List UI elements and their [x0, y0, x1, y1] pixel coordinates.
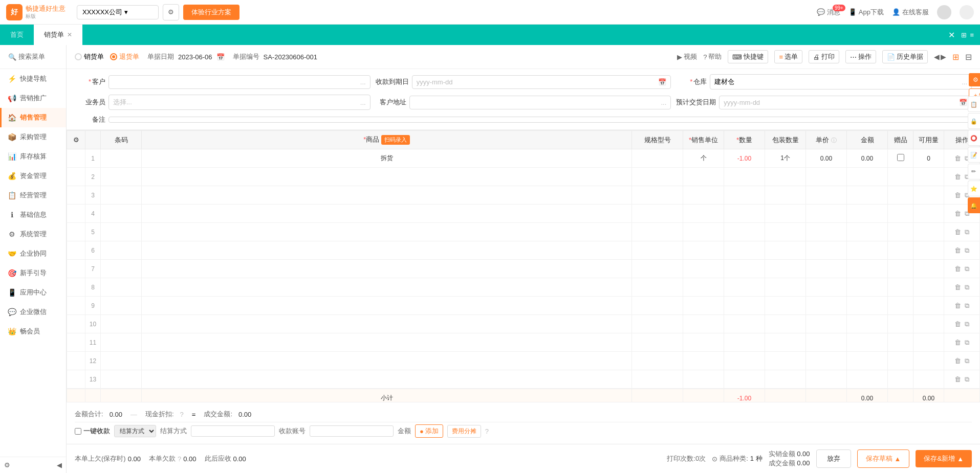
cell-amount[interactable]	[847, 278, 888, 297]
cell-gift[interactable]	[888, 168, 913, 186]
customer-input[interactable]: ...	[108, 75, 371, 89]
delete-icon[interactable]: 🗑	[954, 191, 961, 199]
sidebar-item-quick-nav[interactable]: ⚡ 快捷导航	[0, 69, 66, 88]
cell-goods[interactable]	[142, 315, 632, 333]
cell-gift[interactable]	[888, 205, 913, 223]
cell-quantity[interactable]	[724, 205, 765, 223]
cell-goods[interactable]	[142, 205, 632, 223]
cell-gift[interactable]	[888, 241, 913, 260]
one-key-pay-input[interactable]	[75, 428, 81, 435]
cell-amount[interactable]	[847, 333, 888, 352]
save-new-button[interactable]: 保存&新增 ▲	[916, 450, 972, 467]
sidebar-item-appstore[interactable]: 📱 应用中心	[0, 283, 66, 302]
copy-icon[interactable]: ⧉	[965, 375, 969, 383]
sidebar-item-basic[interactable]: ℹ 基础信息	[0, 205, 66, 224]
cell-amount[interactable]	[847, 260, 888, 278]
cell-quantity[interactable]	[724, 297, 765, 315]
sidebar-item-finance[interactable]: 💰 资金管理	[0, 166, 66, 186]
message-button[interactable]: 💬 消息 99+	[817, 8, 840, 17]
delete-icon[interactable]: 🗑	[954, 154, 961, 162]
delete-icon[interactable]: 🗑	[954, 246, 961, 254]
list-view-icon[interactable]: ≡	[970, 31, 974, 39]
grid-icon[interactable]: ⊞	[952, 52, 959, 62]
cell-spec[interactable]	[632, 370, 683, 389]
cell-unit[interactable]	[683, 370, 724, 389]
cell-unit-price[interactable]	[806, 241, 847, 260]
cell-goods[interactable]: 拆货	[142, 149, 632, 168]
th-settings[interactable]: ⚙	[67, 131, 85, 149]
cell-gift[interactable]	[888, 260, 913, 278]
cell-unit[interactable]	[683, 278, 724, 297]
notes-input[interactable]	[108, 117, 972, 123]
cell-unit[interactable]	[683, 297, 724, 315]
tab-sales-order[interactable]: 销货单 ✕	[34, 25, 82, 45]
cell-pack-qty[interactable]	[765, 205, 806, 223]
calendar-icon[interactable]: 📅	[216, 53, 225, 61]
cell-unit-price[interactable]	[806, 278, 847, 297]
cell-spec[interactable]	[632, 205, 683, 223]
cell-pack-qty[interactable]	[765, 370, 806, 389]
cell-amount[interactable]	[847, 297, 888, 315]
copy-icon[interactable]: ⧉	[965, 357, 969, 365]
cell-gift[interactable]	[888, 315, 913, 333]
one-key-pay-checkbox[interactable]: 一键收款	[75, 426, 110, 436]
sidebar-item-sales[interactable]: 🏠 销售管理	[0, 108, 66, 127]
table-icon[interactable]: ⊟	[965, 52, 972, 62]
cell-spec[interactable]	[632, 186, 683, 205]
avatar-extra[interactable]	[960, 5, 974, 19]
close-tab-button[interactable]: ✕	[948, 30, 955, 40]
fee-help-icon[interactable]: ?	[485, 427, 489, 435]
copy-icon[interactable]: ⧉	[965, 339, 969, 346]
cell-gift[interactable]	[888, 223, 913, 241]
copy-icon[interactable]: ⧉	[965, 320, 969, 328]
settings-button[interactable]: ⚙	[163, 4, 179, 20]
cell-goods[interactable]	[142, 278, 632, 297]
cell-pack-qty[interactable]	[765, 168, 806, 186]
cell-amount[interactable]	[847, 315, 888, 333]
delete-icon[interactable]: 🗑	[954, 228, 961, 236]
nav-prev-icon[interactable]: ◀	[934, 53, 940, 61]
float-btn-3[interactable]: ⭕	[968, 130, 980, 146]
cell-gift[interactable]	[888, 352, 913, 370]
save-draft-button[interactable]: 保存草稿 ▲	[857, 449, 910, 468]
cell-goods[interactable]	[142, 352, 632, 370]
cell-barcode[interactable]	[101, 241, 142, 260]
shortcut-button[interactable]: ⌨ 快捷键	[728, 50, 768, 63]
cell-quantity[interactable]	[724, 223, 765, 241]
float-btn-2[interactable]: 🔒	[968, 113, 980, 129]
delete-icon[interactable]: 🗑	[954, 283, 961, 291]
discard-button[interactable]: 放弃	[816, 449, 851, 468]
select-button[interactable]: ≡ 选单	[774, 50, 802, 63]
sidebar-item-wechat[interactable]: 💬 企业微信	[0, 302, 66, 322]
cell-quantity[interactable]	[724, 168, 765, 186]
cell-unit-price[interactable]	[806, 315, 847, 333]
cell-unit-price[interactable]	[806, 168, 847, 186]
cell-unit[interactable]	[683, 205, 724, 223]
delete-icon[interactable]: 🗑	[954, 320, 961, 328]
cell-pack-qty[interactable]	[765, 333, 806, 352]
delete-icon[interactable]: 🗑	[954, 210, 961, 217]
pay-method-select[interactable]: 结算方式	[114, 425, 156, 437]
cell-spec[interactable]	[632, 297, 683, 315]
add-payment-button[interactable]: ● 添加	[415, 424, 443, 438]
discount-help-icon[interactable]: ?	[180, 411, 184, 418]
debt-help-icon[interactable]: ?	[178, 455, 181, 463]
cell-unit-price[interactable]	[806, 205, 847, 223]
copy-icon[interactable]: ⧉	[965, 283, 969, 291]
cell-amount[interactable]	[847, 241, 888, 260]
company-selector[interactable]: XXXXXX公司 ▾	[77, 5, 159, 19]
tab-close-icon[interactable]: ✕	[67, 31, 72, 38]
print-button[interactable]: 🖨 打印	[809, 50, 839, 63]
cell-gift[interactable]	[888, 370, 913, 389]
sidebar-item-system[interactable]: ⚙ 系统管理	[0, 224, 66, 244]
sidebar-item-enterprise[interactable]: 🤝 企业协同	[0, 244, 66, 263]
cell-pack-qty[interactable]	[765, 241, 806, 260]
cell-gift[interactable]	[888, 333, 913, 352]
cell-pack-qty[interactable]	[765, 297, 806, 315]
amount-input[interactable]	[310, 425, 394, 437]
float-btn-5[interactable]: ✏	[968, 164, 980, 179]
float-btn-6[interactable]: ⭐	[968, 181, 980, 196]
cell-spec[interactable]	[632, 333, 683, 352]
sidebar-item-guide[interactable]: 🎯 新手引导	[0, 263, 66, 283]
cell-goods[interactable]	[142, 186, 632, 205]
